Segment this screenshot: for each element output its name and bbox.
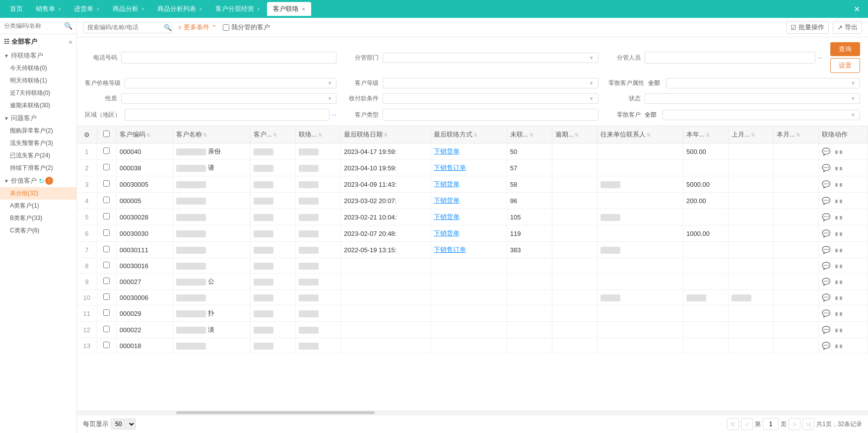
nav-tab-客户联络[interactable]: 客户联络× xyxy=(267,2,311,16)
row-checkbox[interactable] xyxy=(97,193,117,209)
window-close-button[interactable]: ✕ xyxy=(850,4,864,14)
th-gear[interactable]: ⚙ xyxy=(77,126,97,144)
reset-btn[interactable]: 设置 xyxy=(830,58,860,73)
chat-icon[interactable]: 💬 xyxy=(822,278,830,286)
qr-icon[interactable]: ∎∎ xyxy=(834,309,843,317)
chat-icon[interactable]: 💬 xyxy=(822,197,830,205)
my-customers-filter[interactable]: 我分管的客户 xyxy=(223,23,270,32)
af-nature-select[interactable]: ▼ xyxy=(121,93,336,104)
row-checkbox[interactable] xyxy=(97,290,117,305)
chat-icon[interactable]: 💬 xyxy=(822,229,830,237)
af-manager-input[interactable] xyxy=(645,52,815,64)
sidebar-item-0-1[interactable]: 明天待联络(1) xyxy=(0,74,76,87)
nav-tab-商品分析[interactable]: 商品分析× xyxy=(107,2,150,16)
af-manager-ellipsis[interactable]: ··· xyxy=(817,54,822,61)
chat-icon[interactable]: 💬 xyxy=(822,164,830,172)
row-checkbox[interactable] xyxy=(97,322,117,338)
batch-op-btn[interactable]: ☑ 批量操作 xyxy=(786,21,829,34)
scrollbar-thumb[interactable] xyxy=(176,411,375,414)
row-checkbox[interactable] xyxy=(97,305,117,322)
nav-tab-close-icon[interactable]: × xyxy=(199,6,202,12)
af-status-select[interactable]: ▼ xyxy=(645,93,860,104)
af-scatter-attr-select[interactable]: ▼ xyxy=(666,78,860,88)
sidebar-item-0-0[interactable]: 今天待联络(0) xyxy=(0,62,76,74)
page-number-input[interactable] xyxy=(763,418,779,430)
export-btn[interactable]: ↗ 导出 xyxy=(833,21,862,34)
row-last-way-link[interactable]: 下销货单 xyxy=(434,229,460,237)
qr-icon[interactable]: ∎∎ xyxy=(834,213,843,221)
search-icon[interactable]: 🔍 xyxy=(164,24,172,31)
sidebar-item-1-1[interactable]: 流失预警客户(3) xyxy=(0,137,76,149)
sidebar-group-label-1[interactable]: ▼ 问题客户 xyxy=(0,112,76,125)
page-next-btn[interactable]: > xyxy=(789,418,801,430)
nav-tab-close-icon[interactable]: × xyxy=(141,6,144,12)
nav-tab-close-icon[interactable]: × xyxy=(302,6,305,12)
row-checkbox[interactable] xyxy=(97,274,117,290)
row-checkbox[interactable] xyxy=(97,225,117,242)
row-checkbox[interactable] xyxy=(97,242,117,258)
row-last-way-link[interactable]: 下销售订单 xyxy=(434,164,466,171)
nav-tab-close-icon[interactable]: × xyxy=(96,6,99,12)
sidebar-item-1-0[interactable]: 囤购异常客户(2) xyxy=(0,125,76,137)
page-last-btn[interactable]: >| xyxy=(802,418,814,430)
row-last-way-link[interactable]: 下销货单 xyxy=(434,213,460,220)
chat-icon[interactable]: 💬 xyxy=(822,326,830,334)
search-input[interactable] xyxy=(87,24,162,31)
af-customer-type-input[interactable] xyxy=(383,109,598,121)
nav-tab-close-icon[interactable]: × xyxy=(58,6,61,12)
sidebar-search-input[interactable] xyxy=(4,22,62,29)
af-phone-input[interactable] xyxy=(121,52,336,64)
more-conditions-btn[interactable]: ▿ 更多条件 ⌃ xyxy=(178,23,217,32)
query-btn[interactable]: 查询 xyxy=(830,42,860,56)
af-price-grade-select[interactable]: ▼ xyxy=(125,78,336,88)
row-last-way-link[interactable]: 下销货单 xyxy=(434,180,460,188)
sidebar-item-2-2[interactable]: B类客户(33) xyxy=(0,212,76,224)
qr-icon[interactable]: ∎∎ xyxy=(834,229,843,237)
qr-icon[interactable]: ∎∎ xyxy=(834,164,843,172)
nav-tab-商品分析列表[interactable]: 商品分析列表× xyxy=(151,2,208,16)
my-customers-checkbox[interactable] xyxy=(223,24,229,31)
page-size-select[interactable]: 50 10 20 100 xyxy=(111,419,136,430)
af-scatter-select[interactable]: ▼ xyxy=(663,110,860,120)
sidebar-item-1-2[interactable]: 已流失客户(24) xyxy=(0,149,76,162)
sidebar-group-label-2[interactable]: ▼ 价值客户↻! xyxy=(0,174,76,187)
af-region-input[interactable] xyxy=(125,109,330,121)
page-prev-btn[interactable]: < xyxy=(741,418,753,430)
qr-icon[interactable]: ∎∎ xyxy=(834,342,843,350)
af-customer-grade-select[interactable]: ▼ xyxy=(383,78,598,88)
gear-icon[interactable]: ⚙ xyxy=(84,131,90,139)
af-dept-select[interactable]: ▼ xyxy=(383,53,598,63)
qr-icon[interactable]: ∎∎ xyxy=(834,246,843,254)
sidebar-collapse-icon[interactable]: « xyxy=(68,38,72,46)
chat-icon[interactable]: 💬 xyxy=(822,213,830,221)
page-first-btn[interactable]: K xyxy=(727,418,739,430)
nav-tab-进货单[interactable]: 进货单× xyxy=(68,2,105,16)
af-region-ellipsis[interactable]: ··· xyxy=(332,111,336,118)
af-payment-select[interactable]: ▼ xyxy=(383,93,598,104)
chat-icon[interactable]: 💬 xyxy=(822,262,830,270)
nav-tab-销售单[interactable]: 销售单× xyxy=(30,2,67,16)
chat-icon[interactable]: 💬 xyxy=(822,293,830,301)
qr-icon[interactable]: ∎∎ xyxy=(834,197,843,205)
row-last-way-link[interactable]: 下销货单 xyxy=(434,197,460,204)
nav-tab-close-icon[interactable]: × xyxy=(257,6,260,12)
chat-icon[interactable]: 💬 xyxy=(822,342,830,350)
row-checkbox[interactable] xyxy=(97,209,117,225)
sidebar-item-2-1[interactable]: A类客户(1) xyxy=(0,200,76,212)
chat-icon[interactable]: 💬 xyxy=(822,309,830,317)
qr-icon[interactable]: ∎∎ xyxy=(834,293,843,301)
qr-icon[interactable]: ∎∎ xyxy=(834,147,843,155)
sidebar-group-label-0[interactable]: ▼ 待联络客户 xyxy=(0,49,76,62)
row-checkbox[interactable] xyxy=(97,144,117,160)
sidebar-search-icon[interactable]: 🔍 xyxy=(64,22,72,30)
sidebar-item-2-3[interactable]: C类客户(6) xyxy=(0,224,76,237)
select-all-checkbox[interactable] xyxy=(103,131,110,137)
chat-icon[interactable]: 💬 xyxy=(822,180,830,188)
qr-icon[interactable]: ∎∎ xyxy=(834,326,843,334)
row-checkbox[interactable] xyxy=(97,258,117,274)
chat-icon[interactable]: 💬 xyxy=(822,246,830,254)
sidebar-item-1-3[interactable]: 持续下滑客户(2) xyxy=(0,162,76,174)
nav-home[interactable]: 首页 xyxy=(4,2,29,16)
horizontal-scrollbar[interactable] xyxy=(77,411,868,415)
sidebar-item-2-0[interactable]: 未分组(32) xyxy=(0,187,76,200)
